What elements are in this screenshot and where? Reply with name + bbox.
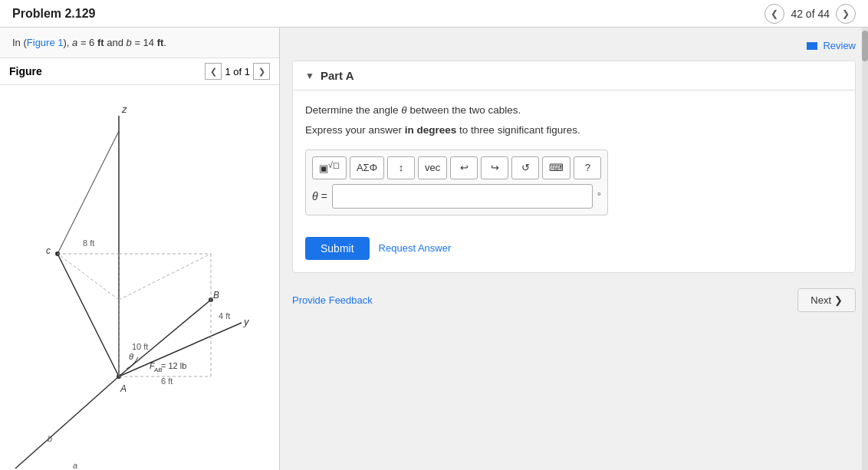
svg-text:10 ft: 10 ft (132, 342, 148, 351)
problem-text-line1: Determine the angle θ between the two ca… (305, 103, 843, 118)
figure-title: Figure (9, 65, 42, 77)
refresh-button[interactable]: ↺ (511, 156, 539, 179)
answer-unit: ° (597, 190, 601, 202)
svg-text:B: B (213, 290, 219, 301)
undo-icon: ↩ (460, 162, 469, 173)
next-figure-button[interactable]: ❯ (253, 63, 270, 80)
prev-figure-button[interactable]: ❮ (205, 63, 222, 80)
next-arrow-icon: ❯ (834, 294, 843, 306)
action-row: Submit Request Answer (305, 237, 843, 260)
main-layout: In (Figure 1), a = 6 ft and b = 14 ft. F… (0, 28, 868, 470)
prev-problem-button[interactable]: ❮ (764, 4, 784, 24)
help-button[interactable]: ? (574, 156, 601, 179)
problem-title: Problem 2.129 (12, 7, 96, 21)
vec-button[interactable]: vec (418, 156, 447, 179)
math-toolbar: ▣√◻ ΑΣΦ ↕ vec ↩ (305, 150, 608, 215)
figure-page-count: 1 of 1 (225, 66, 250, 77)
redo-icon: ↪ (491, 162, 499, 173)
review-icon (807, 42, 817, 50)
svg-text:b: b (48, 434, 52, 443)
header-navigation: ❮ 42 of 44 ❯ (764, 4, 856, 24)
ase-label: ΑΣΦ (357, 162, 377, 173)
prev-arrow-icon: ❮ (771, 8, 778, 19)
keyboard-icon: ⌨ (549, 162, 564, 173)
bottom-row: Provide Feedback Next ❯ (292, 288, 856, 312)
header: Problem 2.129 ❮ 42 of 44 ❯ (0, 0, 868, 28)
updown-arrow-button[interactable]: ↕ (387, 156, 415, 179)
review-label: Review (823, 40, 856, 51)
review-link-container: Review (292, 40, 856, 51)
svg-text:a: a (73, 461, 77, 470)
ase-button[interactable]: ΑΣΦ (350, 156, 384, 179)
part-header[interactable]: ▼ Part A (293, 61, 855, 90)
answer-input[interactable] (332, 184, 593, 209)
updown-arrow-icon: ↕ (399, 162, 404, 173)
page-count: 42 of 44 (791, 8, 830, 20)
figure-header: Figure ❮ 1 of 1 ❯ (0, 58, 279, 85)
next-arrow-icon: ❯ (842, 8, 850, 19)
redo-button[interactable]: ↪ (481, 156, 508, 179)
vec-label: vec (425, 162, 440, 173)
submit-button[interactable]: Submit (305, 237, 370, 260)
fig-prev-icon: ❮ (210, 67, 217, 77)
review-link[interactable]: Review (807, 40, 856, 51)
svg-text:A: A (120, 383, 127, 394)
right-panel: Review ▼ Part A Determine the angle θ be… (280, 28, 868, 470)
part-title: Part A (321, 69, 354, 82)
part-collapse-arrow: ▼ (305, 71, 314, 81)
svg-text:c: c (46, 245, 51, 256)
svg-text:4 ft: 4 ft (219, 311, 230, 320)
answer-label: θ = (312, 190, 327, 202)
svg-text:6 ft: 6 ft (161, 376, 173, 386)
problem-context: In (Figure 1), a = 6 ft and b = 14 ft. (0, 28, 279, 58)
svg-text:8 ft: 8 ft (83, 238, 94, 248)
help-icon: ? (585, 162, 590, 173)
next-label: Next (810, 294, 831, 306)
refresh-icon: ↺ (521, 162, 530, 173)
figure-svg: z y x A b a 8 ft 10 ft (0, 85, 268, 470)
request-answer-link[interactable]: Request Answer (379, 242, 452, 254)
svg-text:z: z (121, 104, 127, 115)
svg-text:x: x (7, 467, 13, 470)
left-panel: In (Figure 1), a = 6 ft and b = 14 ft. F… (0, 28, 280, 470)
svg-text:θ: θ (129, 352, 133, 361)
figure-navigation: ❮ 1 of 1 ❯ (205, 63, 270, 80)
keyboard-button[interactable]: ⌨ (542, 156, 570, 179)
next-problem-button[interactable]: ❯ (836, 4, 856, 24)
svg-rect-0 (0, 85, 268, 470)
figure1-link[interactable]: Figure 1 (27, 37, 64, 48)
undo-button[interactable]: ↩ (450, 156, 478, 179)
figure-canvas: z y x A b a 8 ft 10 ft (0, 85, 279, 470)
answer-row: θ = ° (312, 184, 601, 209)
fig-next-icon: ❯ (258, 67, 265, 77)
provide-feedback-link[interactable]: Provide Feedback (292, 294, 373, 306)
problem-instruction: Express your answer in degrees to three … (305, 123, 843, 138)
part-body: Determine the angle θ between the two ca… (293, 90, 855, 272)
toolbar-row: ▣√◻ ΑΣΦ ↕ vec ↩ (312, 156, 601, 179)
svg-text:= 12 lb: = 12 lb (161, 361, 186, 370)
matrix-sqrt-icon: ▣√◻ (319, 160, 340, 174)
part-card: ▼ Part A Determine the angle θ between t… (292, 61, 856, 273)
matrix-sqrt-button[interactable]: ▣√◻ (312, 156, 347, 179)
next-button[interactable]: Next ❯ (797, 288, 856, 312)
